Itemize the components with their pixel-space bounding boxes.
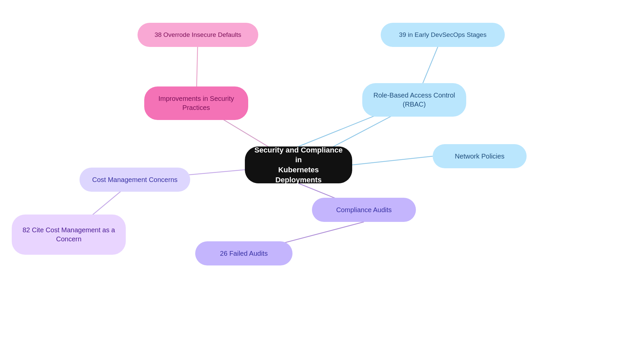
node-cite-cost-management: 82 Cite Cost Management as a Concern	[12, 215, 126, 255]
node-early-devsecops: 39 in Early DevSecOps Stages	[381, 23, 505, 47]
node-network-policies: Network Policies	[433, 144, 527, 168]
center-node: Security and Compliance in Kubernetes De…	[245, 146, 352, 183]
node-overrode-insecure-defaults: 38 Overrode Insecure Defaults	[138, 23, 258, 47]
node-improvements-security: Improvements in Security Practices	[144, 86, 248, 120]
svg-line-6	[352, 156, 433, 165]
node-rbac: Role-Based Access Control (RBAC)	[362, 83, 466, 117]
node-compliance-audits: Compliance Audits	[312, 198, 416, 222]
node-cost-management-concerns: Cost Management Concerns	[79, 168, 190, 192]
node-failed-audits: 26 Failed Audits	[195, 241, 292, 265]
